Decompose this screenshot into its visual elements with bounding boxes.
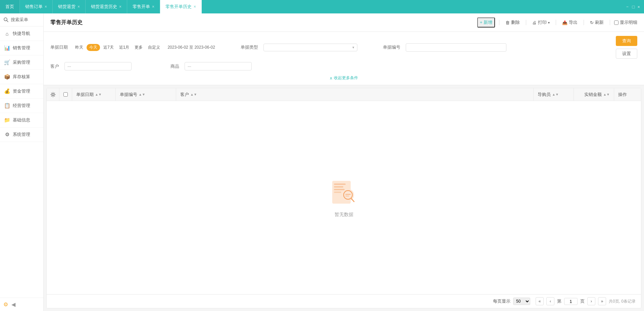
nav-tab-sales-return-history[interactable]: 销货退货历史× [86, 0, 127, 13]
nav-tab-sales-return[interactable]: 销货退货× [53, 0, 86, 13]
print-dropdown-icon: ▾ [548, 21, 550, 24]
last-page-button[interactable]: » [598, 297, 606, 305]
sidebar-search[interactable]: 搜索采单 [0, 13, 43, 27]
sidebar-search-label: 搜索采单 [11, 17, 28, 23]
pagination: 每页显示 50 20 100 « ‹ 第 页 › » 共0页, 0条记录 [47, 294, 641, 308]
date-range-display: 2023-06-02 至 2023-06-02 [167, 45, 215, 50]
nav-tab-retail-open[interactable]: 零售开单× [127, 0, 160, 13]
delete-button[interactable]: 🗑 删除 [503, 18, 522, 27]
sidebar-item-inventory[interactable]: 📦库存核算 [0, 70, 43, 84]
collapse-row: ∧ 收起更多条件 [50, 74, 637, 84]
date-btn-yesterday[interactable]: 昨天 [73, 44, 85, 51]
collapse-filter-button[interactable]: ∧ 收起更多条件 [330, 75, 358, 81]
date-btn-more[interactable]: 更多 [133, 44, 145, 51]
sidebar-item-finance[interactable]: 💰资金管理 [0, 84, 43, 99]
svg-rect-7 [334, 192, 341, 193]
ops-icon: 📋 [4, 103, 10, 109]
sidebar-item-operations[interactable]: 📋经营管理 [0, 99, 43, 113]
divider5 [610, 20, 610, 25]
th-amount[interactable]: 实销金额 ▲▼ [574, 88, 614, 101]
sidebar-item-purchase-mgmt[interactable]: 🛒采购管理 [0, 55, 43, 70]
check-all-checkbox[interactable] [63, 92, 68, 97]
home-icon: ⌂ [4, 31, 10, 37]
sort-amount-icon: ▲▼ [603, 93, 610, 96]
svg-rect-4 [334, 184, 346, 185]
table-header: 单据日期 ▲▼ 单据编号 ▲▼ 客户 ▲▼ 导购员 ▲▼ 实销金额 ▲▼ [47, 88, 641, 101]
nav-tab-label-sales-return: 销货退货 [58, 4, 76, 10]
th-customer-label: 客户 [180, 92, 189, 98]
print-button[interactable]: 🖨 打印 ▾ [530, 18, 552, 27]
nav-tab-close-retail-open[interactable]: × [152, 4, 154, 9]
filter-area: 单据日期 昨天 今天 近7天 近1月 更多 自定义 2023-06-02 至 2… [44, 32, 644, 85]
th-customer[interactable]: 客户 ▲▼ [176, 88, 534, 101]
collapse-sidebar-icon[interactable]: ◀ [11, 301, 15, 308]
th-action-label: 操作 [618, 92, 627, 98]
sidebar-item-label-operations: 经营管理 [13, 103, 30, 109]
th-num-label: 单据编号 [120, 92, 137, 98]
refresh-button[interactable]: ↻ 刷新 [588, 18, 606, 27]
collapse-up-icon: ∧ [330, 76, 333, 81]
per-page-label: 每页显示 [493, 298, 510, 304]
nav-tab-retail-open-history[interactable]: 零售开单历史× [160, 0, 202, 13]
date-filter-buttons: 昨天 今天 近7天 近1月 更多 自定义 [73, 44, 162, 51]
query-button[interactable]: 查询 [616, 36, 637, 46]
add-button[interactable]: + 新增 [477, 17, 495, 28]
type-select-arrow: ▾ [352, 45, 354, 50]
sidebar-bottom: ⚙ ◀ [0, 298, 43, 311]
first-page-button[interactable]: « [536, 297, 544, 305]
sidebar: 搜索采单 ⌂快捷导航📊销售管理🛒采购管理📦库存核算💰资金管理📋经营管理📁基础信息… [0, 13, 44, 311]
table-settings-cell[interactable] [47, 88, 59, 101]
sort-date-icon: ▲▼ [95, 93, 102, 96]
nav-tab-home[interactable]: 首页 [0, 0, 20, 13]
nav-tab-sales-order[interactable]: 销售订单× [20, 0, 53, 13]
window-maximize[interactable]: □ [632, 4, 635, 9]
nav-tabs: 首页销售订单×销货退货×销货退货历史×零售开单×零售开单历史× [0, 0, 621, 13]
goods-filter-label: 商品 [170, 63, 179, 69]
window-close[interactable]: × [637, 4, 640, 9]
date-btn-custom[interactable]: 自定义 [146, 44, 162, 51]
divider4 [584, 20, 584, 25]
th-num[interactable]: 单据编号 ▲▼ [116, 88, 176, 101]
refresh-icon: ↻ [590, 20, 594, 25]
customer-filter-label: 客户 [50, 63, 59, 69]
window-minimize[interactable]: － [625, 4, 630, 10]
date-btn-today[interactable]: 今天 [87, 44, 100, 51]
sidebar-item-basic-info[interactable]: 📁基础信息 [0, 113, 43, 127]
date-btn-1month[interactable]: 近1月 [117, 44, 132, 51]
sidebar-item-label-purchase-mgmt: 采购管理 [13, 59, 30, 65]
sidebar-item-label-basic-info: 基础信息 [13, 117, 30, 123]
date-btn-7days[interactable]: 近7天 [101, 44, 116, 51]
per-page-select[interactable]: 50 20 100 [513, 298, 530, 305]
sidebar-item-label-sales-mgmt: 销售管理 [13, 45, 30, 51]
nav-tab-label-retail-open-history: 零售开单历史 [165, 4, 192, 10]
next-page-button[interactable]: › [587, 297, 595, 305]
search-icon [3, 17, 9, 23]
num-filter-input[interactable] [406, 43, 506, 52]
page-header: 零售开单历史 + 新增 🗑 删除 🖨 打印 ▾ 📤 导出 [44, 13, 644, 32]
sidebar-item-system-mgmt[interactable]: ⚙系统管理 [0, 127, 43, 142]
gear-icon[interactable]: ⚙ [3, 301, 8, 308]
customer-filter-input[interactable] [64, 62, 132, 70]
sidebar-item-quick-nav[interactable]: ⌂快捷导航 [0, 27, 43, 41]
th-guide[interactable]: 导购员 ▲▼ [534, 88, 574, 101]
table-check-all-cell[interactable] [59, 88, 72, 101]
nav-tab-close-retail-open-history[interactable]: × [194, 4, 196, 9]
empty-state: 暂无数据 [47, 101, 641, 294]
nav-tab-close-sales-return[interactable]: × [78, 4, 80, 9]
sidebar-item-sales-mgmt[interactable]: 📊销售管理 [0, 41, 43, 55]
header-actions: + 新增 🗑 删除 🖨 打印 ▾ 📤 导出 [477, 17, 637, 28]
delete-icon: 🗑 [505, 20, 510, 25]
goods-filter-input[interactable] [185, 62, 252, 70]
export-button[interactable]: 📤 导出 [560, 18, 580, 27]
page-number-input[interactable] [564, 298, 578, 305]
display-detail-toggle[interactable]: 显示明细 [614, 19, 637, 25]
nav-tab-label-home: 首页 [5, 4, 14, 10]
display-detail-checkbox[interactable] [614, 20, 618, 25]
nav-tab-close-sales-order[interactable]: × [45, 4, 47, 9]
info-icon: 📁 [4, 117, 10, 123]
nav-tab-close-sales-return-history[interactable]: × [119, 4, 121, 9]
prev-page-button[interactable]: ‹ [546, 297, 554, 305]
set-button[interactable]: 设置 [616, 49, 637, 59]
type-filter-select[interactable]: ▾ [263, 44, 357, 51]
th-date[interactable]: 单据日期 ▲▼ [72, 88, 116, 101]
